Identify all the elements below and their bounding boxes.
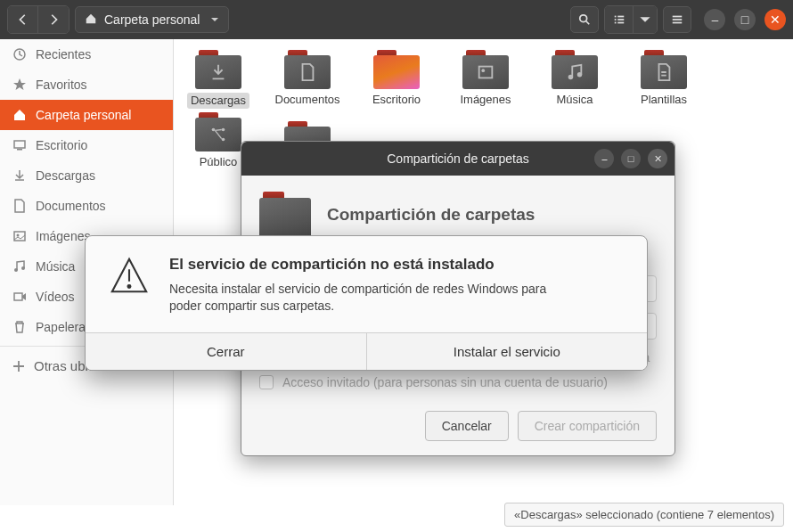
folder-label: Plantillas	[641, 93, 687, 107]
minimize-button[interactable]: ‒	[704, 9, 725, 30]
statusbar: «Descargas» seleccionado (contiene 7 ele…	[504, 503, 784, 527]
svg-rect-5	[614, 22, 616, 24]
share-folder-icon	[259, 192, 311, 238]
folder-plantillas[interactable]: Plantillas	[625, 50, 703, 109]
folder-documentos[interactable]: Documentos	[268, 50, 347, 109]
share-create-button[interactable]: Crear compartición	[518, 411, 657, 441]
svg-point-14	[17, 234, 20, 237]
svg-rect-1	[614, 16, 616, 18]
share-dialog-title: Compartición de carpetas	[387, 151, 529, 166]
svg-point-15	[14, 268, 18, 272]
svg-point-24	[222, 137, 225, 141]
sidebar-item-label: Carpeta personal	[36, 108, 131, 122]
folder-label: Música	[556, 93, 593, 107]
folder-escritorio[interactable]: Escritorio	[357, 50, 436, 109]
folder-imagenes[interactable]: Imágenes	[446, 50, 525, 109]
warning-icon	[109, 256, 150, 297]
window-controls: ‒ □ ✕	[704, 9, 786, 30]
list-view-button[interactable]	[605, 6, 634, 33]
svg-rect-7	[673, 16, 683, 18]
svg-point-22	[212, 127, 216, 131]
svg-rect-18	[479, 67, 493, 78]
guest-access-checkbox[interactable]	[259, 375, 274, 389]
share-dialog-titlebar[interactable]: Compartición de carpetas ‒ □ ✕	[241, 142, 674, 176]
svg-rect-3	[614, 19, 616, 20]
maximize-button[interactable]: □	[734, 9, 756, 30]
folder-label: Descargas	[187, 93, 249, 109]
folder-label: Escritorio	[372, 93, 421, 107]
path-label: Carpeta personal	[104, 12, 200, 27]
folder-musica[interactable]: Música	[535, 50, 614, 109]
alert-close-button[interactable]: Cerrar	[86, 333, 367, 370]
sidebar-item-label: Imágenes	[36, 229, 90, 243]
view-group	[604, 5, 658, 34]
pathbar[interactable]: Carpeta personal	[75, 6, 229, 33]
folder-label: Documentos	[275, 93, 340, 107]
sidebar-item-label: Papelera	[36, 320, 86, 334]
svg-rect-11	[14, 141, 25, 148]
nav-history-group	[7, 5, 69, 34]
sidebar-item-favorites[interactable]: Favoritos	[0, 70, 173, 100]
back-button[interactable]	[8, 6, 38, 33]
close-button[interactable]: ✕	[764, 9, 786, 30]
alert-message: Necesita instalar el servicio de compart…	[169, 281, 552, 315]
svg-rect-6	[617, 22, 624, 24]
sidebar-item-label: Vídeos	[36, 290, 75, 304]
folder-descargas[interactable]: Descargas	[179, 50, 258, 109]
share-close-button[interactable]: ✕	[648, 149, 667, 168]
svg-rect-12	[17, 149, 22, 151]
sidebar-item-downloads[interactable]: Descargas	[0, 160, 173, 191]
sidebar-item-label: Música	[36, 259, 75, 274]
sidebar-item-documents[interactable]: Documentos	[0, 191, 173, 221]
sidebar-item-recents[interactable]: Recientes	[0, 39, 173, 70]
share-minimize-button[interactable]: ‒	[594, 149, 614, 168]
share-heading: Compartición de carpetas	[327, 205, 535, 225]
sidebar-item-label: Escritorio	[36, 138, 87, 152]
svg-point-20	[568, 75, 574, 80]
share-maximize-button[interactable]: □	[621, 149, 641, 168]
svg-point-16	[21, 266, 25, 270]
sidebar-item-label: Documentos	[36, 199, 106, 213]
svg-rect-4	[617, 19, 624, 20]
svg-rect-9	[673, 22, 683, 24]
sidebar-item-label: Descargas	[36, 168, 95, 183]
svg-point-19	[481, 69, 485, 72]
svg-point-23	[222, 127, 225, 131]
chevron-down-icon[interactable]	[210, 15, 219, 24]
view-options-button[interactable]	[634, 6, 657, 33]
svg-point-0	[580, 15, 587, 22]
forward-button[interactable]	[38, 6, 69, 33]
sidebar-item-desktop[interactable]: Escritorio	[0, 130, 173, 160]
svg-point-26	[128, 285, 131, 288]
alert-install-button[interactable]: Instalar el servicio	[367, 333, 648, 370]
svg-point-21	[577, 72, 583, 78]
toolbar: Carpeta personal ‒ □ ✕	[0, 0, 793, 39]
share-cancel-button[interactable]: Cancelar	[425, 411, 509, 441]
svg-rect-17	[14, 293, 22, 300]
folder-label: Imágenes	[460, 93, 511, 107]
search-button[interactable]	[570, 6, 599, 33]
sidebar-item-label: Recientes	[36, 47, 91, 61]
guest-access-label: Acceso invitado (para personas sin una c…	[282, 375, 608, 389]
folder-label: Público	[200, 155, 238, 169]
hamburger-menu-button[interactable]	[663, 6, 691, 33]
sidebar-item-home[interactable]: Carpeta personal	[0, 100, 173, 130]
status-text: «Descargas» seleccionado (contiene 7 ele…	[514, 508, 774, 521]
svg-rect-8	[673, 19, 683, 20]
svg-rect-2	[617, 16, 624, 18]
sidebar-item-label: Favoritos	[36, 78, 87, 92]
alert-dialog: El servicio de compartición no está inst…	[85, 235, 648, 371]
alert-title: El servicio de compartición no está inst…	[169, 256, 552, 274]
home-icon	[85, 12, 97, 28]
